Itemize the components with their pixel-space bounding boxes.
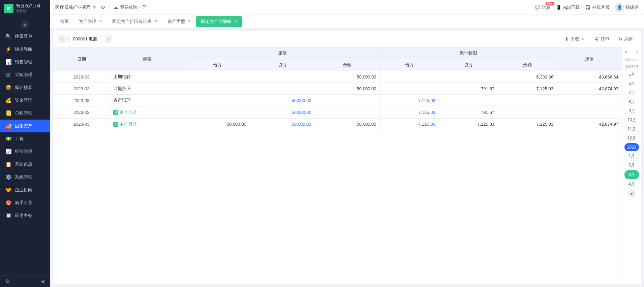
sidebar-item-search[interactable]: 🔍 搜索菜单 [0, 30, 50, 43]
user-btn[interactable]: 👤 畅捷通 [615, 3, 639, 12]
online-service-btn[interactable]: 🎧 在线客服 [585, 4, 610, 10]
timeline-month-4[interactable]: 4月 [622, 180, 641, 189]
tab-depreciation-stats[interactable]: 固定资产折旧统计表 ✕ [108, 16, 162, 27]
timeline-month-3[interactable]: 3月 [624, 170, 639, 179]
sidebar-item-quick-nav[interactable]: ⚡ 快捷导航 [0, 43, 50, 56]
page-content: ‹ 000001 电脑 › ⬇ 下载 ▼ 🖨 打印 ↻ [53, 31, 641, 284]
sidebar-bottom: ⚙ ◀ [0, 275, 50, 287]
app-download-btn[interactable]: 📱 App下载 [556, 4, 580, 10]
system-icon: ⚙️ [5, 174, 11, 180]
sidebar-item-ledger[interactable]: 📒 总账管理 [0, 107, 50, 120]
sidebar-item-payroll[interactable]: 💵 工资 [0, 132, 50, 145]
cell-orig-debit [185, 71, 250, 83]
tab-asset-type-close[interactable]: ✕ [188, 19, 191, 24]
cell-accum-credit: 791.67 [439, 83, 498, 95]
sidebar-item-system[interactable]: ⚙️ 系统管理 [0, 171, 50, 184]
app-version: 普及版 [16, 9, 40, 13]
col-orig-debit: 借方 [185, 59, 250, 71]
timeline-month-10[interactable]: 10月 [622, 116, 641, 125]
timeline-close-icon[interactable]: ✕ [624, 49, 628, 55]
timeline-scroll-down[interactable]: ▼ [628, 190, 636, 197]
company-selector[interactable]: 医疗器械行业演示 ▼ [55, 4, 97, 10]
tab-depreciation-stats-label: 固定资产折旧统计表 [112, 19, 152, 25]
tabbar: 首页 资产管理 ✕ 固定资产折旧统计表 ✕ 资产类型 ✕ 固定资产明细账 ✕ [50, 15, 644, 28]
timeline-panel: ✕ ⤢ 2023.03 2023.03 5月 6月 7月 8月 9月 10月 1… [622, 47, 641, 284]
sidebar-item-label: 采购管理 [15, 72, 32, 78]
tab-depreciation-stats-close[interactable]: ✕ [154, 19, 157, 24]
experience-label: 我要体验一下 [120, 4, 146, 10]
company-name: 医疗器械行业演示 [55, 4, 90, 10]
timeline-year-2023[interactable]: 2023 [624, 143, 639, 151]
refresh-btn[interactable]: ↻ 刷新 [616, 35, 636, 43]
sidebar-item-funds[interactable]: 💰 资金管理 [0, 94, 50, 107]
cell-accum-debit: 7,125.03 [380, 106, 439, 119]
cell-net-value [557, 95, 622, 106]
tab-home[interactable]: 首页 [55, 16, 73, 27]
timeline-items: 2023.03 2023.03 5月 6月 7月 8月 9月 10月 11月 1… [622, 57, 641, 199]
sidebar-scroll-up[interactable]: ▲ [21, 21, 29, 29]
sidebar-item-label: 工资 [15, 136, 24, 142]
cell-accum-debit: 7,125.03 [380, 118, 439, 130]
col-orig-balance: 余额 [315, 59, 380, 71]
download-icon: ⬇ [565, 36, 569, 42]
download-btn[interactable]: ⬇ 下载 ▼ [562, 35, 587, 43]
timeline-month-1[interactable]: 1月 [622, 152, 641, 161]
col-net-value: 净值 [557, 47, 622, 71]
main-area: 医疗器械行业演示 ▼ ⚙ ☁ 我要体验一下 💬 消息 99+ 📱 App下载 🎧… [50, 0, 644, 287]
cell-summary: 月 本月合计 [110, 106, 185, 119]
app-name: 畅捷通好业财 [16, 3, 40, 9]
tab-asset-detail-close[interactable]: ✕ [234, 19, 237, 24]
cell-date: 2023-03 [53, 106, 110, 119]
cell-summary: 上期结转 [110, 71, 185, 83]
logo-icon: 财 [4, 4, 13, 13]
cell-net-value: 42,874.97 [557, 83, 622, 95]
asset-next-btn[interactable]: › [105, 35, 112, 43]
timeline-expand-icon[interactable]: ⤢ [636, 49, 640, 55]
table-row: 2023-03 年 本年累计 50,000.00 50,000.00 50,00 [53, 118, 622, 130]
app-download-label: App下载 [563, 4, 580, 10]
sidebar-item-base-info[interactable]: 📋 基础信息 [0, 158, 50, 171]
tab-asset-mgmt[interactable]: 资产管理 ✕ [74, 16, 107, 27]
experience-btn[interactable]: ☁ 我要体验一下 [114, 4, 146, 10]
sidebar-item-label: 总账管理 [15, 110, 32, 116]
sidebar-item-purchase[interactable]: 🛒 采购管理 [0, 68, 50, 81]
settings-icon[interactable]: ⚙ [5, 278, 10, 284]
collapse-icon[interactable]: ◀ [40, 278, 44, 284]
cell-accum-balance [498, 95, 557, 106]
cell-orig-balance: 50,000.00 [315, 83, 380, 95]
sidebar-nav: ▲ 🔍 搜索菜单 ⚡ 快捷导航 📊 销售管理 🛒 采购管理 📦 库存核算 💰 资… [0, 17, 50, 275]
timeline-month-9[interactable]: 9月 [622, 106, 641, 116]
page-toolbar: ‹ 000001 电脑 › ⬇ 下载 ▼ 🖨 打印 ↻ [53, 31, 641, 47]
sidebar-item-enterprise[interactable]: 🤝 企业协同 [0, 184, 50, 196]
col-accum-balance: 余额 [498, 59, 557, 71]
timeline-month-11[interactable]: 11月 [622, 125, 641, 134]
sidebar-item-app-center[interactable]: 🔲 应用中心 [0, 209, 50, 222]
timeline-month-8[interactable]: 8月 [622, 97, 641, 106]
sidebar: 财 畅捷通好业财 普及版 ▲ 🔍 搜索菜单 ⚡ 快捷导航 📊 销售管理 🛒 采购… [0, 0, 50, 287]
timeline-month-5[interactable]: 5月 [622, 70, 641, 79]
timeline-month-2[interactable]: 2月 [622, 161, 641, 170]
sidebar-item-inventory[interactable]: 📦 库存核算 [0, 81, 50, 94]
tab-asset-detail[interactable]: 固定资产明细账 ✕ [196, 16, 242, 27]
messages-btn[interactable]: 💬 消息 99+ [535, 4, 551, 10]
tab-asset-type[interactable]: 资产类型 ✕ [163, 16, 195, 27]
print-btn[interactable]: 🖨 打印 [591, 35, 612, 43]
funds-icon: 💰 [5, 97, 11, 103]
timeline-month-12[interactable]: 12月 [622, 134, 641, 143]
timeline-month-6[interactable]: 6月 [622, 79, 641, 88]
col-original-value: 原值 [185, 47, 380, 59]
sidebar-item-operations[interactable]: 📈 经营管理 [0, 145, 50, 158]
sidebar-item-fixed-assets[interactable]: 🏭 固定资产 [0, 120, 50, 132]
timeline-year-mid: 2023.03 [622, 63, 641, 70]
timeline-year-top: 2023.03 [622, 57, 641, 63]
cell-net-value: 42,874.97 [557, 118, 622, 130]
timeline-month-7[interactable]: 7月 [622, 88, 641, 97]
settings-gear-icon[interactable]: ⚙ [101, 4, 105, 10]
download-arrow-icon: ▼ [581, 37, 584, 41]
cell-accum-balance: 6,333.36 [498, 71, 557, 83]
tab-asset-mgmt-close[interactable]: ✕ [99, 19, 102, 24]
asset-prev-btn[interactable]: ‹ [58, 35, 66, 43]
sidebar-item-guide[interactable]: 🎯 新手引导 [0, 196, 50, 209]
cell-orig-debit: 50,000.00 [185, 118, 250, 130]
sidebar-item-sales[interactable]: 📊 销售管理 [0, 56, 50, 68]
